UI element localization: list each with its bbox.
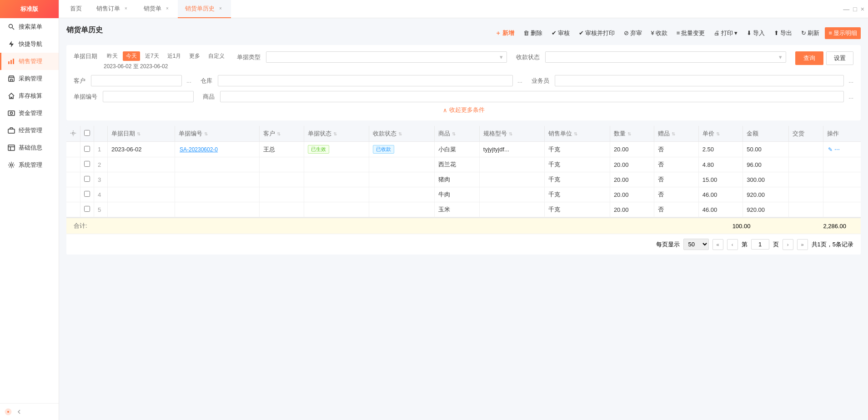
edit-link[interactable]: ✎ (828, 146, 833, 153)
sort-paystatus-icon[interactable]: ⇅ (398, 131, 402, 136)
td-order-no[interactable] (175, 172, 259, 187)
sidebar-item-quick-nav[interactable]: 快捷导航 (0, 35, 59, 53)
th-gift[interactable]: 赠品 ⇅ (654, 126, 698, 142)
sidebar-item-system[interactable]: 系统管理 (0, 156, 59, 174)
tab-sales-history[interactable]: 销货单历史 × (178, 0, 231, 18)
date-btn-more[interactable]: 更多 (186, 51, 203, 61)
tab-close-all-icon[interactable]: × (861, 5, 864, 13)
tab-close-sales-order[interactable]: × (123, 5, 129, 12)
sort-customer-icon[interactable]: ⇅ (277, 131, 281, 136)
sidebar-item-base[interactable]: 基础信息 (0, 139, 59, 156)
goods-input[interactable] (220, 91, 844, 102)
tab-sales-order[interactable]: 销售订单 × (89, 0, 136, 18)
td-check[interactable] (80, 172, 94, 187)
row-checkbox[interactable] (84, 206, 90, 212)
tab-sales-delivery[interactable]: 销货单 × (136, 0, 178, 18)
row-checkbox[interactable] (84, 161, 90, 167)
set-button[interactable]: 设置 (826, 51, 853, 65)
type-select[interactable]: ▾ (266, 51, 507, 63)
sort-spec-icon[interactable]: ⇅ (509, 131, 512, 136)
row-checkbox[interactable] (84, 191, 90, 197)
audit-button[interactable]: ✔ 审核 (548, 27, 573, 39)
select-all-checkbox[interactable] (84, 130, 90, 136)
td-check[interactable] (80, 157, 94, 172)
print-button[interactable]: 🖨 打印 ▾ (710, 27, 741, 39)
prev-page-button[interactable]: ‹ (727, 239, 738, 250)
more-link[interactable]: ⋯ (834, 146, 840, 153)
td-check[interactable] (80, 202, 94, 217)
warehouse-input[interactable] (218, 75, 513, 86)
th-order-status[interactable]: 单据状态 ⇅ (304, 126, 369, 142)
tab-maximize-icon[interactable]: □ (853, 5, 857, 13)
th-amount[interactable]: 金额 (743, 126, 789, 142)
customer-dots[interactable]: ... (186, 77, 191, 84)
sidebar-item-purchase[interactable]: 采购管理 (0, 70, 59, 87)
delete-button[interactable]: 🗑 删除 (520, 27, 546, 39)
page-size-select[interactable]: 50 100 200 (683, 239, 709, 250)
tab-close-sales-history[interactable]: × (217, 5, 224, 12)
date-btn-yesterday[interactable]: 昨天 (104, 51, 121, 61)
th-price[interactable]: 单价 ⇅ (698, 126, 743, 142)
sort-price-icon[interactable]: ⇅ (716, 131, 720, 136)
order-no-input[interactable] (103, 91, 194, 102)
tab-close-sales-delivery[interactable]: × (164, 5, 171, 12)
date-btn-custom[interactable]: 自定义 (205, 51, 228, 61)
td-check[interactable] (80, 187, 94, 202)
goods-dots[interactable]: ... (848, 93, 853, 100)
show-detail-button[interactable]: ≡ 显示明细 (825, 27, 861, 39)
tab-minimize-icon[interactable]: — (843, 5, 849, 13)
collapse-sidebar-icon[interactable] (15, 408, 23, 415)
row-checkbox[interactable] (84, 146, 90, 152)
sort-goods-icon[interactable]: ⇅ (452, 131, 456, 136)
sort-unit-icon[interactable]: ⇅ (574, 131, 577, 136)
collapse-button[interactable]: ∧ 收起更多条件 (74, 106, 853, 114)
th-qty[interactable]: 数量 ⇅ (610, 126, 654, 142)
date-btn-7days[interactable]: 近7天 (142, 51, 162, 61)
sort-date-icon[interactable]: ⇅ (137, 131, 140, 136)
th-check[interactable] (80, 126, 94, 142)
th-date[interactable]: 单据日期 ⇅ (108, 126, 175, 142)
sidebar-item-sales[interactable]: 销售管理 (0, 53, 59, 70)
settings-small-icon[interactable] (5, 408, 12, 415)
sort-gift-icon[interactable]: ⇅ (672, 131, 675, 136)
th-customer[interactable]: 客户 ⇅ (260, 126, 304, 142)
sort-qty-icon[interactable]: ⇅ (627, 131, 631, 136)
next-page-button[interactable]: › (783, 239, 793, 250)
date-btn-1month[interactable]: 近1月 (164, 51, 185, 61)
abandon-button[interactable]: ⊘ 弃审 (620, 27, 646, 39)
refresh-button[interactable]: ↻ 刷新 (798, 27, 823, 39)
td-order-no[interactable] (175, 187, 259, 202)
first-page-button[interactable]: « (712, 239, 723, 250)
audit-print-button[interactable]: ✔ 审核并打印 (575, 27, 618, 39)
new-button[interactable]: ＋ 新增 (492, 27, 518, 39)
order-no-link[interactable]: SA-20230602-0 (180, 146, 218, 153)
td-order-no[interactable]: SA-20230602-0 (175, 142, 259, 157)
th-gear[interactable] (66, 126, 80, 142)
td-order-no[interactable] (175, 157, 259, 172)
salesperson-input[interactable] (555, 75, 844, 86)
th-order-no[interactable]: 单据编号 ⇅ (175, 126, 259, 142)
collect-button[interactable]: ¥ 收款 (647, 27, 671, 39)
th-spec[interactable]: 规格型号 ⇅ (479, 126, 545, 142)
td-check[interactable] (80, 142, 94, 157)
sidebar-item-finance[interactable]: 资金管理 (0, 105, 59, 122)
last-page-button[interactable]: » (797, 239, 808, 250)
export-button[interactable]: ⬆ 导出 (770, 27, 796, 39)
sidebar-item-operation[interactable]: 经营管理 (0, 122, 59, 139)
date-btn-today[interactable]: 今天 (123, 51, 140, 61)
sort-orderstatus-icon[interactable]: ⇅ (333, 131, 337, 136)
import-button[interactable]: ⬇ 导入 (743, 27, 768, 39)
status-select[interactable]: ▾ (545, 51, 786, 63)
page-number-input[interactable] (751, 239, 769, 250)
sidebar-item-search-menu[interactable]: 搜索菜单 (0, 18, 59, 35)
batch-change-button[interactable]: ≡ 批量变更 (673, 27, 709, 39)
sidebar-item-inventory[interactable]: 库存核算 (0, 87, 59, 105)
td-order-no[interactable] (175, 202, 259, 217)
sort-orderno-icon[interactable]: ⇅ (204, 131, 208, 136)
th-pay-status[interactable]: 收款状态 ⇅ (369, 126, 435, 142)
row-checkbox[interactable] (84, 176, 90, 182)
th-unit[interactable]: 销售单位 ⇅ (545, 126, 610, 142)
customer-input[interactable] (91, 75, 182, 86)
query-button[interactable]: 查询 (795, 51, 823, 65)
th-goods[interactable]: 商品 ⇅ (434, 126, 479, 142)
